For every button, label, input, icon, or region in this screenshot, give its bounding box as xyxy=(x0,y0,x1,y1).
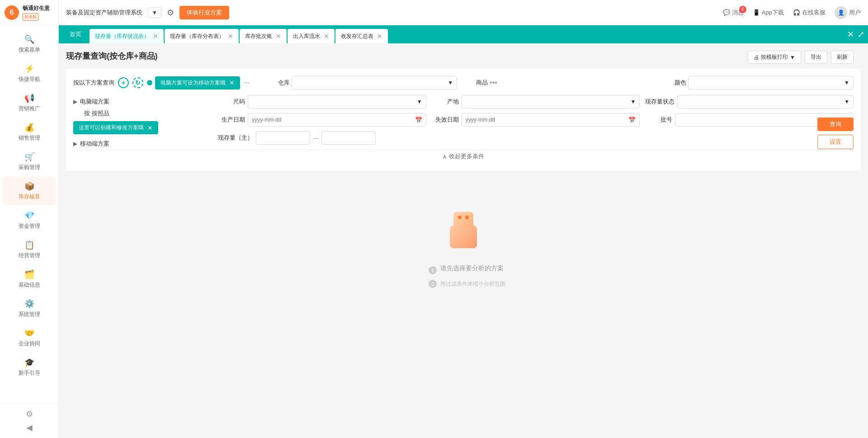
nav-label-operations: 经营管理 xyxy=(19,252,40,259)
tooltip2-box: 这里可以创建和修改方案哦 ✕ xyxy=(73,121,158,134)
production-date-field[interactable] xyxy=(252,117,413,123)
sidebar-item-marketing[interactable]: 📢营销推广 xyxy=(3,89,56,117)
tooltip2-close-btn[interactable]: ✕ xyxy=(147,124,153,132)
header-right: 💬 消息 6 📱 App下载 🎧 在线客服 👤 用户 xyxy=(723,6,861,19)
origin-select[interactable]: ▼ xyxy=(462,95,640,108)
robot-eye-right xyxy=(465,216,469,219)
hint-num-2: 2 xyxy=(429,280,437,288)
tab-现存量库存状况表[interactable]: 现存量（库存状况表）✕ xyxy=(90,29,164,43)
calendar-icon[interactable]: 📅 xyxy=(628,117,636,123)
calendar-icon[interactable]: 📅 xyxy=(415,117,422,123)
refresh-btn[interactable]: 刷新 xyxy=(831,51,854,64)
tooltip1-area: 电脑方案可设为移动方案哦 ✕ ••• xyxy=(155,76,250,89)
nav-label-purchase: 采购管理 xyxy=(19,164,40,171)
sidebar-item-enterprise[interactable]: 🤝企业协同 xyxy=(3,324,56,352)
top-action-btns: 🖨 按模板打印 ▼ 导出 刷新 xyxy=(748,51,854,64)
gear-icon[interactable]: ⚙ xyxy=(167,8,174,18)
sidebar-item-search[interactable]: 🔍搜索菜单 xyxy=(3,30,56,58)
more-conditions-btn[interactable]: ∧ 收起更多条件 xyxy=(73,149,854,163)
tree-arrow-icon: ▶ xyxy=(73,99,77,105)
sidebar-item-finance[interactable]: 💎资金管理 xyxy=(3,206,56,235)
stock-qty-max[interactable] xyxy=(321,131,376,145)
search-btn[interactable]: 查询 xyxy=(817,118,854,131)
tab-close-icon[interactable]: ✕ xyxy=(324,33,329,40)
size-select[interactable]: ▼ xyxy=(248,95,426,108)
app-download-btn[interactable]: 📱 App下载 xyxy=(753,9,784,17)
origin-label: 产地 xyxy=(432,98,459,106)
dropdown-icon: ▼ xyxy=(448,80,453,86)
tab-home[interactable]: 首页 xyxy=(62,25,89,43)
origin-filter: 产地 ▼ xyxy=(432,95,640,108)
nav-icon: ⚡ xyxy=(24,64,34,74)
tooltip1-close-btn[interactable]: ✕ xyxy=(229,79,235,86)
color-select[interactable]: ▼ xyxy=(688,76,854,89)
filter-row-1: 尺码 ▼ 产地 ▼ 现存量状态 xyxy=(218,95,854,108)
search-icon: 🔍 xyxy=(24,34,34,44)
tree-mobile-label: 移动端方案 xyxy=(80,140,109,148)
nav-label-system: 系统管理 xyxy=(19,311,40,318)
tree-mobile[interactable]: ▶ 移动端方案 xyxy=(73,138,204,150)
tab-close-all-icon[interactable]: ✕ xyxy=(847,29,854,39)
system-icon: ⚙️ xyxy=(24,299,34,309)
tree-desktop[interactable]: ▶ 电脑端方案 xyxy=(73,96,204,108)
tab-现存量库存分布表[interactable]: 现存量（库存分布表）✕ xyxy=(165,29,239,43)
logo-text-area: 畅通好生意 标准版 xyxy=(23,5,50,21)
refresh-scheme-btn[interactable]: ↻ xyxy=(132,77,143,88)
system-select[interactable]: ▼ xyxy=(148,7,161,18)
tab-库存批次账[interactable]: 库存批次账✕ xyxy=(240,29,287,43)
template-print-btn[interactable]: 🖨 按模板打印 ▼ xyxy=(748,51,801,64)
tab-label: 现存量（库存分布表） xyxy=(170,33,224,40)
tab-收发存汇总表[interactable]: 收发存汇总表✕ xyxy=(335,29,388,43)
size-filter: 尺码 ▼ xyxy=(218,95,426,108)
expiry-date-field[interactable] xyxy=(466,117,627,123)
warehouse-label: 仓库 xyxy=(263,79,290,87)
tree-sub-item1[interactable]: 按 按照品 xyxy=(84,108,204,119)
range-dash: — xyxy=(313,135,319,141)
messages-btn[interactable]: 💬 消息 6 xyxy=(723,9,744,17)
sidebar-item-basic[interactable]: 🗂️基础信息 xyxy=(3,265,56,293)
tab-close-icon[interactable]: ✕ xyxy=(153,33,158,40)
settings-icon[interactable]: ⚙ xyxy=(26,409,33,419)
collapse-icon[interactable]: ◀ xyxy=(26,423,33,433)
size-label: 尺码 xyxy=(218,98,245,106)
export-btn[interactable]: 导出 xyxy=(805,51,827,64)
hint-num-1: 1 xyxy=(429,266,437,274)
tab-出入库流水[interactable]: 出入库流水✕ xyxy=(288,29,335,43)
online-service-btn[interactable]: 🎧 在线客服 xyxy=(793,9,826,17)
robot-eye-left xyxy=(458,216,462,219)
user-btn[interactable]: 👤 用户 xyxy=(835,6,861,19)
reset-btn[interactable]: 设置 xyxy=(817,135,854,149)
empty-state: 1 请先选择要分析的方案 2 用过滤条件来缩小分析范围 xyxy=(66,176,861,324)
add-scheme-btn[interactable]: + xyxy=(118,77,129,88)
tab-close-icon[interactable]: ✕ xyxy=(377,33,382,40)
system-title: 装备及固定资产辅助管理系统 xyxy=(66,9,142,17)
sidebar-item-sales[interactable]: 💰销售管理 xyxy=(3,118,56,146)
industry-button[interactable]: 体验行业方案 xyxy=(179,6,229,19)
stock-status-select[interactable]: ▼ xyxy=(677,95,854,108)
select-arrow: ▼ xyxy=(152,9,157,16)
production-date-input[interactable]: 📅 xyxy=(248,113,426,127)
robot-eyes xyxy=(453,212,473,219)
top-header: 装备及固定资产辅助管理系统 ▼ ⚙ 体验行业方案 💬 消息 6 📱 App下载 … xyxy=(59,0,868,25)
sidebar-item-inventory[interactable]: 📦库存核算 xyxy=(3,177,56,205)
tabs-bar: 首页 现存量（库存状况表）✕现存量（库存分布表）✕库存批次账✕出入库流水✕收发存… xyxy=(59,25,868,43)
robot-icon xyxy=(445,212,481,248)
tab-label: 收发存汇总表 xyxy=(341,33,373,40)
query-panel: 按以下方案查询 + ↻ « 电脑方案可设为移动方案哦 ✕ ••• xyxy=(66,69,861,170)
sales-icon: 💰 xyxy=(24,122,34,132)
tab-maximize-icon[interactable]: ⤢ xyxy=(858,29,864,39)
stock-qty-min[interactable] xyxy=(256,131,310,145)
sidebar-item-system[interactable]: ⚙️系统管理 xyxy=(3,294,56,323)
sidebar-item-nav[interactable]: ⚡快捷导航 xyxy=(3,59,56,88)
warehouse-select[interactable]: ▼ xyxy=(292,76,457,89)
tab-close-icon[interactable]: ✕ xyxy=(228,33,233,40)
tab-close-icon[interactable]: ✕ xyxy=(276,33,281,40)
empty-icon xyxy=(436,212,491,257)
expiry-date-input[interactable]: 📅 xyxy=(462,113,640,127)
expiry-date-filter: 失效日期 📅 xyxy=(432,113,640,127)
sidebar-item-operations[interactable]: 📋经营管理 xyxy=(3,235,56,264)
sidebar-item-purchase[interactable]: 🛒采购管理 xyxy=(3,147,56,176)
sidebar-item-guide[interactable]: 🎓新手引导 xyxy=(3,353,56,381)
query-header: 按以下方案查询 + ↻ « 电脑方案可设为移动方案哦 ✕ ••• xyxy=(73,76,854,89)
enterprise-icon: 🤝 xyxy=(24,328,34,338)
